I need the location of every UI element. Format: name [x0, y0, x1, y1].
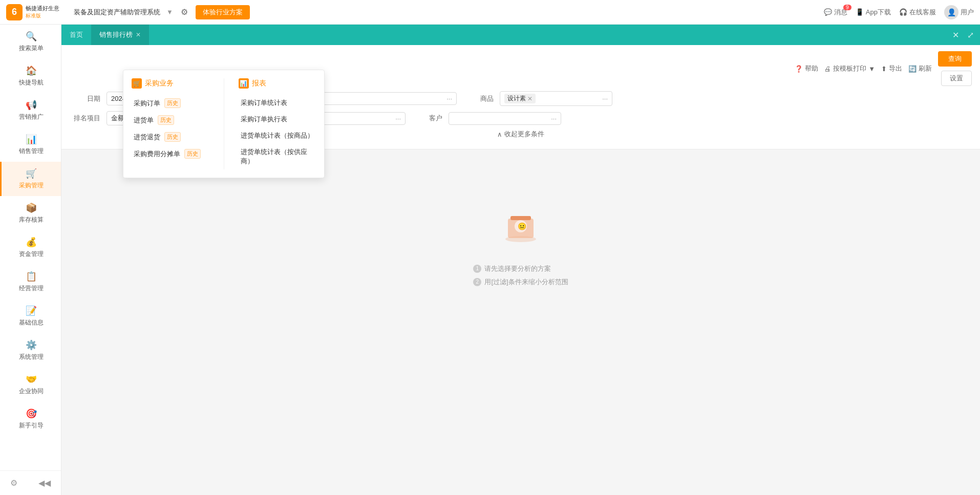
tab-sales-rank[interactable]: 销售排行榜 ✕	[91, 25, 149, 45]
customer-control[interactable]: ···	[449, 112, 561, 125]
logo-icon: 6	[6, 4, 23, 20]
phone-icon: 📱	[856, 8, 864, 16]
sidebar-label-sales: 销售管理	[19, 147, 44, 156]
operation-icon: 📋	[26, 271, 37, 282]
sidebar-label-inventory: 库存核算	[19, 216, 44, 224]
system-title: 装备及固定资产辅助管理系统	[74, 8, 160, 17]
print-dropdown-icon: ▼	[868, 65, 875, 73]
logo-text: 畅捷通好生意	[26, 5, 59, 12]
sidebar-item-newbie[interactable]: 🎯 新手引导	[0, 402, 61, 436]
sidebar-label-operation: 经营管理	[19, 284, 44, 293]
tab-home[interactable]: 首页	[61, 25, 91, 45]
refresh-button[interactable]: 🔄 刷新	[908, 64, 932, 73]
collapse-sidebar-button[interactable]: ◀◀	[36, 476, 53, 490]
customer-dots: ···	[551, 115, 557, 122]
menu-item-purchase-order[interactable]: 采购订单 历史	[132, 95, 209, 112]
refresh-icon: 🔄	[908, 65, 917, 73]
menu-item-inbound[interactable]: 进货单 历史	[132, 112, 209, 128]
customer-label: 客户	[412, 114, 442, 123]
history-badge-2: 历史	[158, 115, 174, 125]
menu-item-inbound-stat-goods[interactable]: 进货单统计表（按商品）	[239, 127, 316, 144]
sidebar-item-inventory[interactable]: 📦 库存核算	[0, 196, 61, 230]
sidebar-item-collab[interactable]: 🤝 企业协同	[0, 368, 61, 402]
sidebar-item-quick[interactable]: 🏠 快捷导航	[0, 59, 61, 93]
online-service-button[interactable]: 🎧 在线客服	[899, 8, 936, 17]
setting-button[interactable]: 设置	[941, 71, 972, 86]
finance-icon: 💰	[26, 236, 37, 248]
report-section: 📊 报表 采购订单统计表 采购订单执行表 进货单统计表（按商品） 进货单统计表（…	[239, 78, 316, 169]
header-right: 💬 消息 9 📱 App下载 🎧 在线客服 👤 用户	[824, 5, 974, 19]
help-icon: ❓	[795, 65, 803, 73]
menu-item-inbound-stat-supplier[interactable]: 进货单统计表（按供应商）	[239, 144, 316, 169]
sidebar-item-marketing[interactable]: 📢 营销推广	[0, 93, 61, 127]
export-icon: ⬆	[881, 65, 887, 73]
search-icon: 🔍	[26, 31, 37, 42]
tab-close-icon[interactable]: ✕	[136, 31, 141, 38]
sidebar-label-purchase: 采购管理	[19, 181, 44, 190]
user-menu[interactable]: 👤 用户	[944, 5, 974, 19]
export-button[interactable]: ⬆ 导出	[881, 64, 902, 73]
content-area: 首页 销售排行榜 ✕ ✕ ⤢ ❓ 帮助 🖨	[61, 25, 980, 495]
sidebar-item-search[interactable]: 🔍 搜索菜单	[0, 25, 61, 59]
sidebar-item-system[interactable]: ⚙️ 系统管理	[0, 333, 61, 368]
empty-illustration: 😐	[495, 201, 546, 252]
tab-close-window-button[interactable]: ✕	[950, 28, 961, 42]
logo-area: 6 畅捷通好生意 标准版	[6, 4, 68, 20]
collapse-button[interactable]: ∧ 收起更多条件	[497, 130, 544, 139]
goods-label: 商品	[463, 94, 494, 103]
industry-button[interactable]: 体验行业方案	[196, 5, 250, 19]
user-avatar: 👤	[944, 5, 958, 19]
home-icon: 🏠	[26, 65, 37, 76]
sidebar-item-finance[interactable]: 💰 资金管理	[0, 230, 61, 265]
print-button[interactable]: 🖨 按模板打印 ▼	[824, 64, 875, 73]
sidebar-item-basic[interactable]: 📝 基础信息	[0, 299, 61, 333]
report-section-icon: 📊	[239, 78, 249, 89]
sidebar-label-collab: 企业协同	[19, 387, 44, 396]
goods-dots: ···	[602, 95, 608, 102]
sidebar-label-finance: 资金管理	[19, 250, 44, 259]
menu-item-purchase-expense[interactable]: 采购费用分摊单 历史	[132, 145, 209, 162]
settings-bottom-button[interactable]: ⚙	[8, 476, 19, 490]
goods-tag-remove[interactable]: ✕	[527, 95, 532, 102]
sidebar-label-marketing: 营销推广	[19, 113, 44, 121]
help-button[interactable]: ❓ 帮助	[795, 64, 818, 73]
menu-item-purchase-order-stat[interactable]: 采购订单统计表	[239, 95, 316, 111]
logo-badge: 标准版	[26, 12, 59, 19]
status-control[interactable]: ···	[313, 92, 457, 105]
sidebar-item-operation[interactable]: 📋 经营管理	[0, 265, 61, 299]
tip-num-1: 1	[473, 265, 481, 273]
purchase-dropdown-menu: 🛒 采购业务 采购订单 历史 进货单 历史 进货退货 历史 采购费用分摊单	[123, 70, 325, 178]
goods-control[interactable]: 设计素 ✕ ···	[500, 91, 612, 106]
history-badge-3: 历史	[164, 132, 181, 142]
newbie-icon: 🎯	[26, 408, 37, 419]
tab-bar-actions: ✕ ⤢	[950, 28, 980, 42]
purchase-section-icon: 🛒	[132, 78, 142, 89]
rank-label: 排名项目	[70, 114, 100, 123]
menu-item-purchase-order-exec[interactable]: 采购订单执行表	[239, 111, 316, 127]
history-badge-1: 历史	[164, 98, 181, 108]
app-download-button[interactable]: 📱 App下载	[856, 8, 891, 17]
sidebar-bottom: ⚙ ◀◀	[0, 470, 61, 495]
tab-maximize-button[interactable]: ⤢	[965, 28, 976, 42]
logo-text-block: 畅捷通好生意 标准版	[26, 5, 59, 19]
message-icon: 💬	[824, 8, 832, 16]
gear-button[interactable]: ⚙	[177, 5, 191, 19]
date-label: 日期	[70, 94, 100, 103]
menu-item-inbound-return[interactable]: 进货退货 历史	[132, 128, 209, 145]
menu-divider	[224, 78, 224, 169]
sales-icon: 📊	[26, 134, 37, 145]
goods-tag: 设计素 ✕	[504, 94, 536, 103]
collab-icon: 🤝	[26, 374, 37, 385]
sidebar-label-basic: 基础信息	[19, 318, 44, 327]
svg-rect-2	[510, 216, 531, 220]
collapse-up-icon: ∧	[497, 131, 502, 138]
query-button[interactable]: 查询	[938, 51, 972, 67]
system-icon: ⚙️	[26, 339, 37, 351]
sidebar-label-newbie: 新手引导	[19, 421, 44, 430]
message-button[interactable]: 💬 消息 9	[824, 8, 847, 17]
salesperson-dots: ···	[395, 115, 401, 122]
system-dropdown-icon[interactable]: ▼	[166, 8, 173, 16]
status-dots: ···	[446, 95, 452, 102]
sidebar-item-sales[interactable]: 📊 销售管理	[0, 127, 61, 162]
sidebar-item-purchase[interactable]: 🛒 采购管理	[0, 162, 61, 196]
